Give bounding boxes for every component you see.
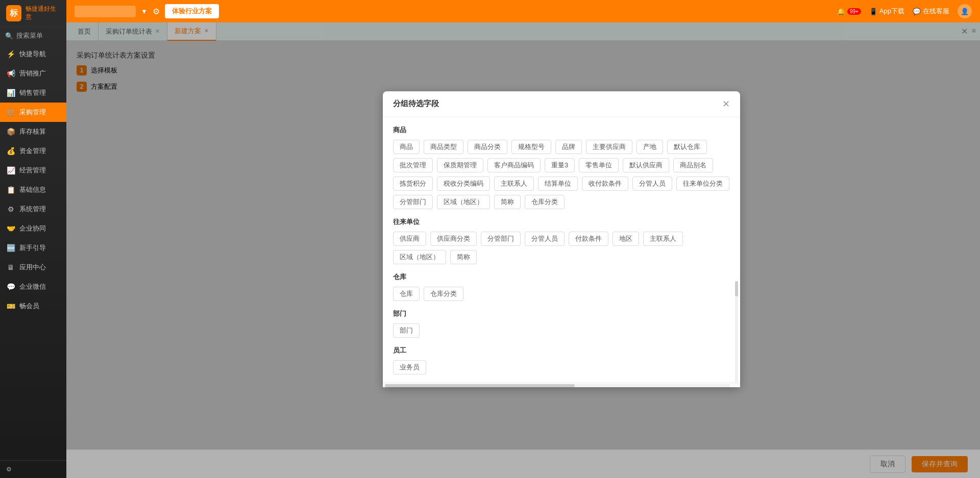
field-tag[interactable]: 默认仓库 <box>667 140 707 154</box>
field-tag[interactable]: 简称 <box>450 250 477 264</box>
trial-button[interactable]: 体验行业方案 <box>165 4 219 18</box>
collab-icon: 🤝 <box>6 224 15 233</box>
notification-icon: 🔔 <box>837 8 845 15</box>
sidebar-item-label: 企业协同 <box>19 224 46 233</box>
field-tags-商品: 商品商品类型商品分类规格型号品牌主要供应商产地默认仓库批次管理保质期管理客户商品… <box>393 140 730 209</box>
field-section-仓库: 仓库仓库仓库分类 <box>393 272 730 301</box>
quicknav-icon: ⚡ <box>6 49 15 59</box>
sidebar-item-member[interactable]: 🎫 畅会员 <box>0 296 66 316</box>
sidebar-item-system[interactable]: ⚙ 系统管理 <box>0 199 66 219</box>
header-dropdown-icon[interactable]: ▼ <box>141 8 148 15</box>
field-tag[interactable]: 主要供应商 <box>586 140 632 154</box>
field-tags-员工: 业务员 <box>393 360 730 374</box>
online-service-item[interactable]: 💬 在线客服 <box>913 7 949 16</box>
field-tag[interactable]: 重量3 <box>545 158 575 172</box>
field-tag[interactable]: 主联系人 <box>494 177 534 191</box>
sidebar-item-sales[interactable]: 📊 销售管理 <box>0 83 66 103</box>
field-tag[interactable]: 区域（地区） <box>393 250 446 264</box>
sidebar-item-wechat[interactable]: 💬 企业微信 <box>0 277 66 296</box>
sidebar-item-marketing[interactable]: 📢 营销推广 <box>0 64 66 83</box>
search-icon: 🔍 <box>5 32 13 40</box>
sidebar-item-newbie[interactable]: 🆕 新手引导 <box>0 238 66 258</box>
header-search-input[interactable] <box>75 6 136 17</box>
download-icon: 📱 <box>869 8 877 15</box>
field-tag[interactable]: 收付款条件 <box>582 177 628 191</box>
field-tag[interactable]: 规格型号 <box>511 140 551 154</box>
field-section-员工: 员工业务员 <box>393 346 730 374</box>
field-tag[interactable]: 简称 <box>494 195 521 209</box>
field-tags-仓库: 仓库仓库分类 <box>393 287 730 301</box>
field-tag[interactable]: 供应商 <box>393 232 426 246</box>
sales-icon: 📊 <box>6 88 15 97</box>
field-tag[interactable]: 客户商品编码 <box>487 158 541 172</box>
sidebar-item-appcenter[interactable]: 🖥 应用中心 <box>0 258 66 277</box>
field-tag[interactable]: 分管人员 <box>525 232 565 246</box>
sidebar-item-finance[interactable]: 💰 资金管理 <box>0 141 66 161</box>
system-icon: ⚙ <box>6 205 15 214</box>
field-tag[interactable]: 分管人员 <box>632 177 672 191</box>
vscroll-track <box>735 281 738 383</box>
header-settings-icon[interactable]: ⚙ <box>153 7 160 16</box>
field-tag[interactable]: 结算单位 <box>538 177 578 191</box>
field-tag[interactable]: 主联系人 <box>643 232 683 246</box>
field-tag[interactable]: 税收分类编码 <box>437 177 490 191</box>
appcenter-icon: 🖥 <box>6 263 15 272</box>
field-tag[interactable]: 拣货积分 <box>393 177 433 191</box>
field-section-部门: 部门部门 <box>393 309 730 338</box>
user-avatar[interactable]: 👤 <box>958 4 972 18</box>
field-tag[interactable]: 品牌 <box>555 140 582 154</box>
vscroll-thumb <box>735 281 738 296</box>
field-tag[interactable]: 部门 <box>393 323 420 338</box>
sidebar-item-inventory[interactable]: 📦 库存核算 <box>0 122 66 141</box>
field-tag[interactable]: 供应商分类 <box>430 232 477 246</box>
field-tag[interactable]: 区域（地区） <box>437 195 490 209</box>
sidebar-item-label: 企业微信 <box>19 282 46 291</box>
sidebar-item-collab[interactable]: 🤝 企业协同 <box>0 219 66 238</box>
field-tag[interactable]: 地区 <box>612 232 639 246</box>
field-tag[interactable]: 产地 <box>636 140 663 154</box>
field-tag[interactable]: 商品分类 <box>468 140 507 154</box>
sidebar-item-basic[interactable]: 📋 基础信息 <box>0 180 66 199</box>
field-tag[interactable]: 仓库分类 <box>525 195 565 209</box>
sidebar-search[interactable]: 🔍 搜索菜单 <box>0 27 66 44</box>
field-tag[interactable]: 商品别名 <box>673 158 713 172</box>
settings-icon: ⚙ <box>6 466 12 473</box>
sidebar-item-label: 畅会员 <box>19 301 39 311</box>
field-tag[interactable]: 分管部门 <box>481 232 521 246</box>
operations-icon: 📈 <box>6 166 15 175</box>
field-tag[interactable]: 批次管理 <box>393 158 433 172</box>
sidebar-search-label: 搜索菜单 <box>16 31 43 40</box>
dialog-body[interactable]: 商品商品商品类型商品分类规格型号品牌主要供应商产地默认仓库批次管理保质期管理客户… <box>383 117 740 383</box>
section-title-员工: 员工 <box>393 346 730 355</box>
field-tag[interactable]: 零售单位 <box>579 158 619 172</box>
section-title-往来单位: 往来单位 <box>393 217 730 227</box>
field-tag[interactable]: 保质期管理 <box>437 158 483 172</box>
sidebar: 标 畅捷通好生意 🔍 搜索菜单 ⚡ 快捷导航 📢 营销推广 📊 销售管理 🛒 采… <box>0 0 66 478</box>
field-tag[interactable]: 商品类型 <box>424 140 463 154</box>
basic-icon: 📋 <box>6 185 15 194</box>
sidebar-settings-btn[interactable]: ⚙ <box>0 461 66 478</box>
field-tag[interactable]: 分管部门 <box>393 195 433 209</box>
app-download-item[interactable]: 📱 App下载 <box>869 7 904 16</box>
notification-item[interactable]: 🔔 99+ <box>837 8 861 15</box>
field-tag[interactable]: 默认供应商 <box>623 158 669 172</box>
field-tag[interactable]: 付款条件 <box>569 232 608 246</box>
inventory-icon: 📦 <box>6 127 15 136</box>
field-tag[interactable]: 商品 <box>393 140 420 154</box>
sidebar-item-purchase[interactable]: 🛒 采购管理 <box>0 103 66 122</box>
sidebar-item-quicknav[interactable]: ⚡ 快捷导航 <box>0 44 66 64</box>
section-title-部门: 部门 <box>393 309 730 318</box>
sidebar-item-label: 应用中心 <box>19 263 46 272</box>
dialog-close-button[interactable]: ✕ <box>722 98 730 110</box>
field-tag[interactable]: 仓库分类 <box>424 287 463 301</box>
avatar-icon: 👤 <box>958 4 972 18</box>
field-tag[interactable]: 业务员 <box>393 360 426 374</box>
sidebar-item-operations[interactable]: 📈 经营管理 <box>0 161 66 180</box>
field-tag[interactable]: 仓库 <box>393 287 420 301</box>
hscroll-thumb <box>385 384 575 387</box>
field-tag[interactable]: 往来单位分类 <box>676 177 729 191</box>
header: ▼ ⚙ 体验行业方案 🔔 99+ 📱 App下载 💬 在线客服 👤 <box>66 0 980 22</box>
app-download-label: App下载 <box>879 7 904 16</box>
sidebar-item-label: 经营管理 <box>19 166 46 175</box>
field-section-商品: 商品商品商品类型商品分类规格型号品牌主要供应商产地默认仓库批次管理保质期管理客户… <box>393 125 730 209</box>
